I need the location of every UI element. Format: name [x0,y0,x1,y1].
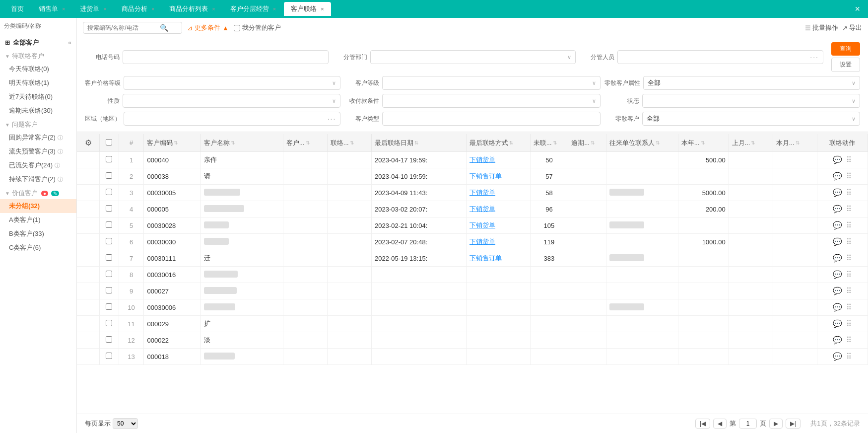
menu-icon[interactable]: ⠿ [846,172,852,181]
chat-icon[interactable]: 💬 [833,270,842,279]
th-code[interactable]: 客户编码 ⇅ [144,134,201,152]
close-goods-analysis-icon[interactable]: × [151,6,154,12]
chat-icon[interactable]: 💬 [833,172,842,181]
cell-checkbox[interactable] [100,250,119,267]
query-button[interactable]: 查询 [831,42,860,56]
gear-icon[interactable]: ⚙ [85,139,92,147]
menu-icon[interactable]: ⠿ [846,352,852,361]
close-sales-icon[interactable]: × [62,6,65,12]
menu-icon[interactable]: ⠿ [846,303,852,312]
dept-input[interactable]: ∨ [370,50,576,64]
chat-icon[interactable]: 💬 [833,205,842,214]
cell-checkbox[interactable] [100,267,119,283]
cell-checkbox[interactable] [100,316,119,332]
row-checkbox[interactable] [106,353,112,359]
problem-group-header[interactable]: ▼ 问题客户 [0,118,76,131]
type-input[interactable] [382,112,600,126]
cell-checkbox[interactable] [100,185,119,201]
last-page-btn[interactable]: ▶| [786,419,801,429]
th-year[interactable]: 本年... ⇅ [678,134,729,152]
menu-icon[interactable]: ⠿ [846,254,852,263]
tab-sales[interactable]: 销售单 × [32,2,72,16]
cell-checkbox[interactable] [100,234,119,250]
export-btn[interactable]: ↗ 导出 [842,23,862,32]
last-way-link[interactable]: 下销货单 [469,156,495,163]
th-last-way[interactable]: 最后联络方式 ⇅ [467,134,531,152]
status-input[interactable]: ∨ [642,94,860,108]
nature-input[interactable]: ∨ [123,94,340,108]
prev-page-btn[interactable]: ◀ [713,419,727,429]
row-checkbox[interactable] [106,303,112,310]
th-contacts-person[interactable]: 往来单位联系人 ⇅ [606,134,678,152]
tab-customer-contact[interactable]: 客户联络 × [284,2,331,16]
category-search-input[interactable] [4,22,77,29]
sidebar-item-downtrend[interactable]: 持续下滑客户(2) ⓘ [0,172,76,186]
first-page-btn[interactable]: |◀ [695,419,710,429]
sidebar-all-customers[interactable]: ⊞ 全部客户 « [0,34,76,49]
cell-checkbox[interactable] [100,349,119,365]
sidebar-item-overdue[interactable]: 逾期未联络(30) [0,104,76,118]
cell-checkbox[interactable] [100,168,119,185]
chat-icon[interactable]: 💬 [833,287,842,295]
last-way-link[interactable]: 下销货单 [469,189,495,196]
last-way-link[interactable]: 下销货单 [469,205,495,213]
tab-goods-list[interactable]: 商品分析列表 × [162,2,222,16]
menu-icon[interactable]: ⠿ [846,221,852,230]
menu-icon[interactable]: ⠿ [846,336,852,345]
level-input[interactable]: ∨ [382,76,600,90]
payment-input[interactable]: ∨ [382,94,600,108]
th-type[interactable]: 客户... ⇅ [283,134,327,152]
person-input[interactable]: ··· [617,50,823,64]
last-way-link[interactable]: 下销售订单 [469,172,502,180]
th-last-month[interactable]: 上月... ⇅ [729,134,773,152]
chat-icon[interactable]: 💬 [833,303,842,312]
row-checkbox[interactable] [106,156,112,162]
my-customers-label[interactable]: 我分管的客户 [234,23,281,32]
sidebar-item-today[interactable]: 今天待联络(0) [0,62,76,76]
sidebar-item-abnormal[interactable]: 固购异常客户(2) ⓘ [0,131,76,144]
main-search-input[interactable] [87,24,157,31]
sidebar-item-tomorrow[interactable]: 明天待联络(1) [0,76,76,90]
my-customers-checkbox[interactable] [234,25,240,31]
row-checkbox[interactable] [106,271,112,277]
row-checkbox[interactable] [106,172,112,179]
select-all-checkbox[interactable] [106,139,112,145]
th-contact[interactable]: 联络... ⇅ [327,134,371,152]
chat-icon[interactable]: 💬 [833,336,842,345]
chat-icon[interactable]: 💬 [833,155,842,164]
main-search-icon[interactable]: 🔍 [160,24,168,32]
tab-goods-analysis[interactable]: 商品分析 × [115,2,161,16]
th-no-contact[interactable]: 未联... ⇅ [530,134,568,152]
sidebar-item-group-b[interactable]: B类客户(33) [0,227,76,241]
retail-attr-input[interactable]: 全部 ∨ [643,76,860,90]
last-way-link[interactable]: 下销货单 [469,238,495,245]
row-checkbox[interactable] [106,189,112,195]
th-last-date[interactable]: 最后联络日期 ⇅ [372,134,467,152]
tab-purchase[interactable]: 进货单 × [73,2,113,16]
row-checkbox[interactable] [106,287,112,293]
window-close-icon[interactable]: × [851,4,864,14]
cell-checkbox[interactable] [100,299,119,316]
tab-home[interactable]: 首页 [4,2,31,16]
sidebar-item-ungraded[interactable]: 未分组(32) [0,199,76,213]
region-input[interactable]: ··· [124,112,340,126]
collapse-icon[interactable]: « [68,39,71,46]
close-goods-list-icon[interactable]: × [212,6,215,12]
more-conditions-btn[interactable]: ⊿ 更多条件 ▲ [187,23,229,32]
sidebar-item-week[interactable]: 近7天待联络(0) [0,90,76,104]
phone-input[interactable] [123,50,329,64]
chat-icon[interactable]: 💬 [833,319,842,328]
menu-icon[interactable]: ⠿ [846,319,852,328]
th-checkbox[interactable] [100,134,119,152]
menu-icon[interactable]: ⠿ [846,155,852,164]
chat-icon[interactable]: 💬 [833,237,842,246]
cell-checkbox[interactable] [100,201,119,217]
menu-icon[interactable]: ⠿ [846,205,852,214]
batch-op-btn[interactable]: ☰ 批量操作 [805,23,838,32]
cell-checkbox[interactable] [100,283,119,299]
sidebar-item-group-a[interactable]: A类客户(1) [0,213,76,227]
th-overdue[interactable]: 逾期... ⇅ [568,134,606,152]
cell-checkbox[interactable] [100,217,119,234]
row-checkbox[interactable] [106,221,112,228]
chat-icon[interactable]: 💬 [833,221,842,230]
